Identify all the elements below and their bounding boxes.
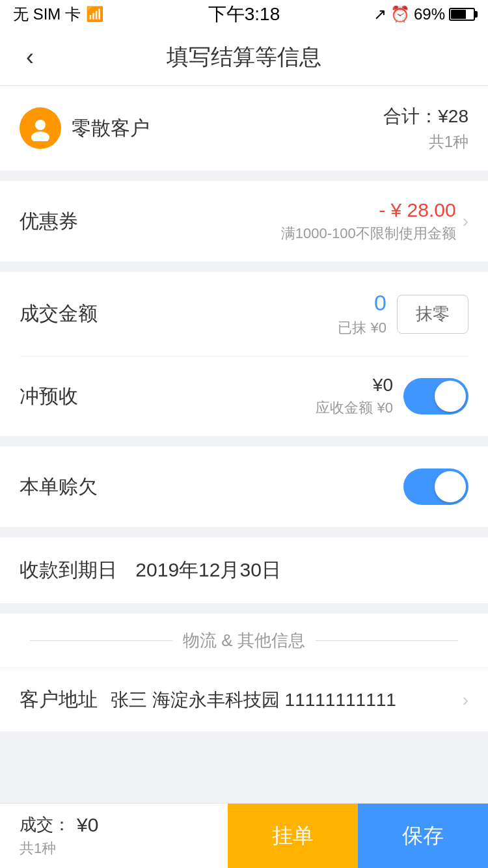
carrier-text: 无 SIM 卡	[13, 4, 81, 25]
chevron-right-icon: ›	[463, 211, 468, 232]
logistics-header: 物流 & 其他信息	[0, 614, 488, 668]
debt-label: 本单赊欠	[20, 474, 98, 500]
address-row[interactable]: 客户地址 张三 海淀永丰科技园 11111111111 ›	[0, 668, 488, 731]
status-time: 下午3:18	[208, 2, 280, 27]
hang-button[interactable]: 挂单	[228, 804, 358, 868]
status-bar: 无 SIM 卡 📶 下午3:18 ↗ ⏰ 69%	[0, 0, 488, 29]
bottom-summary-label: 成交：	[20, 813, 70, 836]
battery-icon	[449, 8, 475, 21]
prepay-label: 冲预收	[20, 383, 78, 410]
address-chevron-icon: ›	[463, 690, 468, 711]
svg-point-1	[31, 131, 49, 141]
debt-toggle[interactable]	[403, 468, 468, 505]
battery-percent: 69%	[414, 5, 445, 23]
svg-point-0	[35, 120, 46, 130]
bottom-summary: 成交： ¥0 共1种	[0, 804, 228, 868]
due-date-section: 收款到期日 2019年12月30日	[0, 537, 488, 603]
coupon-right: - ¥ 28.00 满1000-100不限制使用金额 ›	[281, 199, 468, 243]
status-left: 无 SIM 卡 📶	[13, 4, 103, 25]
transaction-label: 成交金额	[20, 301, 98, 327]
prepay-receivable: 应收金额 ¥0	[316, 398, 393, 418]
bottom-summary-top: 成交： ¥0	[20, 813, 208, 836]
due-date-label: 收款到期日	[20, 559, 117, 580]
address-value: 张三 海淀永丰科技园 11111111111	[111, 688, 463, 712]
wifi-icon: 📶	[86, 6, 103, 23]
coupon-section[interactable]: 优惠券 - ¥ 28.00 满1000-100不限制使用金额 ›	[0, 181, 488, 262]
location-icon: ↗	[373, 5, 386, 23]
prepay-amounts: ¥0 应收金额 ¥0	[316, 375, 393, 418]
debt-toggle-knob	[435, 471, 466, 502]
coupon-discount: - ¥ 28.00	[281, 199, 456, 221]
logistics-title: 物流 & 其他信息	[183, 629, 305, 652]
save-button[interactable]: 保存	[358, 804, 488, 868]
transaction-value[interactable]: 0	[374, 290, 386, 316]
prepay-right: ¥0 应收金额 ¥0	[316, 375, 468, 418]
nav-bar: ‹ 填写结算等信息	[0, 29, 488, 86]
bottom-summary-amount: ¥0	[77, 814, 98, 836]
bottom-summary-count: 共1种	[20, 839, 208, 858]
avatar	[20, 107, 61, 149]
debt-section: 本单赊欠	[0, 446, 488, 527]
bottom-bar: 成交： ¥0 共1种 挂单 保存	[0, 803, 488, 868]
transaction-right: 0 已抹 ¥0 抹零	[338, 290, 468, 338]
transaction-section: 成交金额 0 已抹 ¥0 抹零 冲预收 ¥0 应收金额 ¥0	[0, 272, 488, 436]
total-count: 共1种	[383, 131, 468, 152]
transaction-sub: 已抹 ¥0	[338, 318, 386, 338]
alarm-icon: ⏰	[390, 5, 410, 23]
debt-row: 本单赊欠	[0, 446, 488, 527]
customer-name: 零散客户	[72, 115, 150, 142]
amount-wrapper: 0 已抹 ¥0	[338, 290, 386, 338]
prepay-row: 冲预收 ¥0 应收金额 ¥0	[0, 357, 488, 436]
transaction-row: 成交金额 0 已抹 ¥0 抹零	[0, 272, 488, 356]
page-title: 填写结算等信息	[167, 42, 321, 72]
prepay-amount: ¥0	[316, 375, 393, 396]
coupon-label: 优惠券	[20, 208, 78, 235]
customer-left: 零散客户	[20, 107, 150, 149]
customer-total: 合计：¥28 共1种	[383, 104, 468, 152]
due-date-value: 2019年12月30日	[135, 559, 280, 580]
back-button[interactable]: ‹	[20, 37, 40, 77]
coupon-info: - ¥ 28.00 满1000-100不限制使用金额	[281, 199, 456, 243]
logistics-section: 物流 & 其他信息 客户地址 张三 海淀永丰科技园 11111111111 ›	[0, 614, 488, 731]
status-right: ↗ ⏰ 69%	[373, 5, 475, 23]
round-zero-button[interactable]: 抹零	[397, 295, 468, 334]
coupon-description: 满1000-100不限制使用金额	[281, 224, 456, 243]
customer-section: 零散客户 合计：¥28 共1种	[0, 86, 488, 170]
total-amount: 合计：¥28	[383, 104, 468, 129]
prepay-toggle[interactable]	[403, 378, 468, 414]
toggle-knob	[435, 381, 466, 412]
address-label: 客户地址	[20, 686, 98, 713]
